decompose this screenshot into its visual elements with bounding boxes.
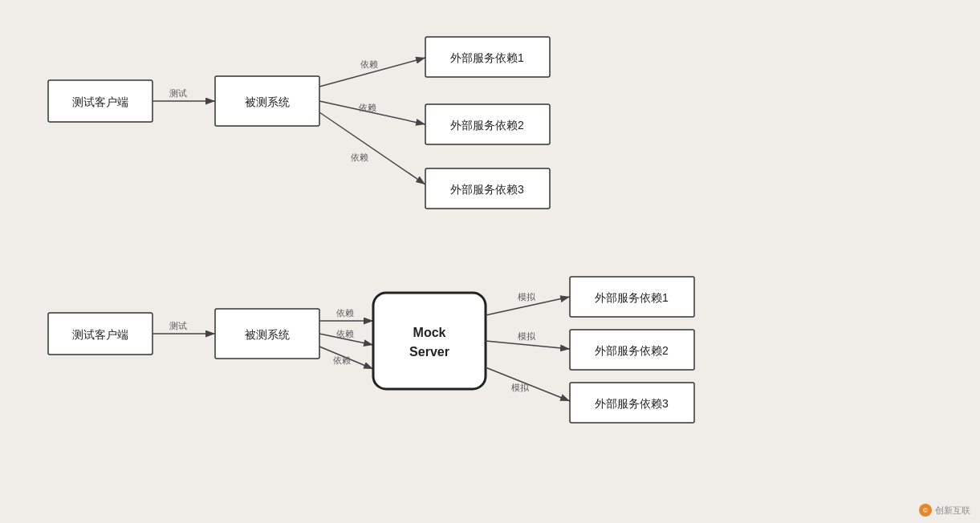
watermark-icon: © (919, 504, 932, 517)
top-system-label: 被测系统 (245, 95, 290, 108)
bottom-mock-label3: 模拟 (511, 383, 530, 392)
diagram-svg: 测试客户端 测试 被测系统 依赖 依赖 依赖 外部服务依赖1 外部服务依赖2 外… (0, 0, 980, 523)
top-dep2-label: 依赖 (359, 103, 376, 112)
bottom-client-label: 测试客户端 (72, 328, 128, 341)
bottom-dep-label2: 依赖 (336, 329, 354, 339)
diagram-container: 测试客户端 测试 被测系统 依赖 依赖 依赖 外部服务依赖1 外部服务依赖2 外… (0, 0, 980, 523)
mock-server-box (373, 293, 486, 389)
mock-server-label2: Server (409, 345, 449, 359)
top-client-label: 测试客户端 (72, 95, 128, 108)
top-dep3-label: 依赖 (351, 152, 368, 162)
bottom-mock-label1: 模拟 (518, 292, 536, 302)
bottom-arrow-dep2 (486, 341, 570, 349)
bottom-dep1-text: 外部服务依赖1 (595, 291, 669, 304)
bottom-mock-label2: 模拟 (518, 331, 536, 341)
mock-server-label1: Mock (413, 326, 446, 339)
top-arrow-dep3 (319, 112, 425, 184)
top-dep1-label: 依赖 (360, 59, 378, 69)
watermark: © 创新互联 (919, 504, 970, 517)
top-dep3-text: 外部服务依赖3 (450, 183, 524, 196)
bottom-dep-label3: 依赖 (333, 355, 351, 365)
bottom-arrow1-label: 测试 (169, 321, 187, 330)
bottom-dep3-text: 外部服务依赖3 (595, 397, 669, 410)
bottom-dep2-text: 外部服务依赖2 (595, 344, 669, 357)
watermark-text: 创新互联 (935, 505, 970, 517)
bottom-dep-label1: 依赖 (336, 308, 354, 318)
top-arrow1-label: 测试 (169, 88, 187, 98)
bottom-system-label: 被测系统 (245, 328, 290, 341)
top-dep1-text: 外部服务依赖1 (450, 51, 524, 64)
top-dep2-text: 外部服务依赖2 (450, 119, 524, 132)
